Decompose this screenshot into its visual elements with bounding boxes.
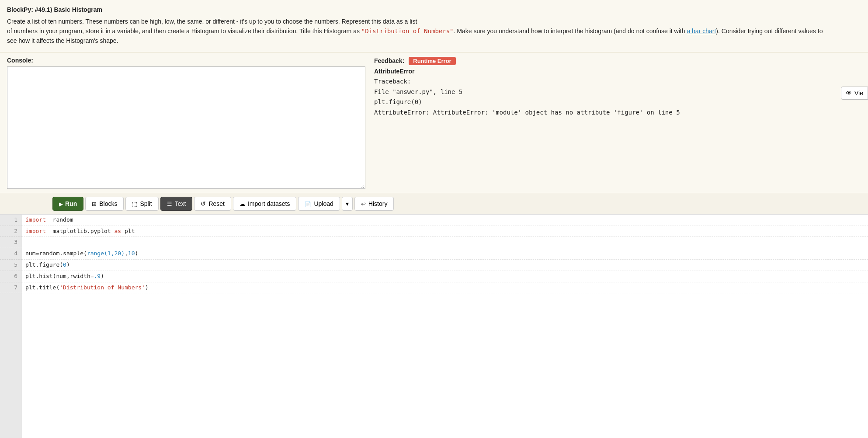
description-area: BlockPy: #49.1) Basic Histogram Create a… <box>0 0 868 52</box>
import-label: Import datasets <box>248 200 290 207</box>
line-num-2: 2 <box>0 226 22 237</box>
reset-icon <box>201 200 206 207</box>
code-editor[interactable]: import random import matplotlib.pyplot a… <box>22 215 868 438</box>
desc-line2: of numbers in your program, store it in … <box>7 28 361 35</box>
run-button[interactable]: Run <box>52 197 83 211</box>
error-code-line: plt.figure(0) <box>374 97 861 108</box>
feedback-section: Feedback: Runtime Error AttributeError T… <box>374 57 861 190</box>
line-num-7: 7 <box>0 282 22 294</box>
code-line-4: num=random.sample(range(1,20),10) <box>22 248 868 260</box>
feedback-header: Feedback: Runtime Error <box>374 57 861 65</box>
split-label: Split <box>140 200 152 207</box>
feedback-label: Feedback: <box>374 57 404 64</box>
line-num-5: 5 <box>0 260 22 271</box>
file-line: File "answer.py", line 5 <box>374 87 861 97</box>
console-label: Console: <box>7 57 365 64</box>
reset-button[interactable]: Reset <box>194 197 231 211</box>
upload-label: Upload <box>314 200 333 207</box>
run-label: Run <box>65 200 77 207</box>
upload-dropdown-button[interactable]: ▾ <box>342 197 353 211</box>
traceback-label: Traceback: <box>374 76 861 87</box>
description-paragraph: Create a list of ten numbers. These numb… <box>7 17 861 46</box>
desc-line5: see how it affects the Histogram's shape… <box>7 37 118 44</box>
line-num-3: 3 <box>0 237 22 248</box>
feedback-body: Traceback: File "answer.py", line 5 plt.… <box>374 76 861 118</box>
error-message: AttributeError: AttributeError: 'module'… <box>374 108 861 118</box>
code-line-3 <box>22 237 868 248</box>
page-title: BlockPy: #49.1) Basic Histogram <box>7 5 861 15</box>
line-numbers: 1 2 3 4 5 6 7 <box>0 215 22 438</box>
code-line-5: plt.figure(0) <box>22 260 868 271</box>
eye-icon: 👁 <box>846 90 852 97</box>
view-label: Vie <box>854 90 863 97</box>
run-icon <box>59 200 62 207</box>
history-icon <box>361 200 366 207</box>
editor-area: 1 2 3 4 5 6 7 import random import matpl… <box>0 215 868 438</box>
console-textarea[interactable] <box>7 66 365 189</box>
blocks-label: Blocks <box>99 200 117 207</box>
line-num-1: 1 <box>0 215 22 226</box>
code-line-2: import matplotlib.pyplot as plt <box>22 226 868 237</box>
upload-icon <box>305 200 311 207</box>
upload-button[interactable]: Upload <box>298 197 340 211</box>
blocks-icon <box>92 200 97 207</box>
code-line-1: import random <box>22 215 868 226</box>
reset-label: Reset <box>208 200 225 207</box>
page-wrapper: BlockPy: #49.1) Basic Histogram Create a… <box>0 0 868 438</box>
line-num-4: 4 <box>0 248 22 260</box>
code-snippet: "Distribution of Numbers" <box>361 28 454 35</box>
line-num-6: 6 <box>0 271 22 282</box>
text-button[interactable]: Text <box>160 197 193 211</box>
text-icon <box>167 200 172 207</box>
blocks-button[interactable]: Blocks <box>85 197 124 211</box>
history-button[interactable]: History <box>354 197 394 211</box>
import-button[interactable]: Import datasets <box>233 197 297 211</box>
console-feedback-row: Console: Feedback: Runtime Error Attribu… <box>0 52 868 193</box>
feedback-error-title: AttributeError <box>374 68 861 75</box>
console-section: Console: <box>7 57 365 190</box>
toolbar: Run Blocks Split Text Reset Import datas… <box>0 193 868 215</box>
history-label: History <box>368 200 388 207</box>
desc-line4: ). Consider trying out different values … <box>716 28 823 35</box>
chevron-down-icon: ▾ <box>346 200 349 207</box>
text-label: Text <box>175 200 186 207</box>
bar-chart-link[interactable]: a bar chart <box>687 28 716 35</box>
desc-line3: . Make sure you understand how to interp… <box>454 28 687 35</box>
code-line-7: plt.title('Distribution of Numbers') <box>22 282 868 294</box>
desc-line1: Create a list of ten numbers. These numb… <box>7 18 417 25</box>
view-button[interactable]: 👁 Vie <box>841 87 868 100</box>
import-icon <box>240 200 245 207</box>
runtime-error-badge: Runtime Error <box>409 57 455 65</box>
split-button[interactable]: Split <box>125 197 158 211</box>
code-line-6: plt.hist(num,rwidth=.9) <box>22 271 868 282</box>
split-icon <box>132 200 137 207</box>
